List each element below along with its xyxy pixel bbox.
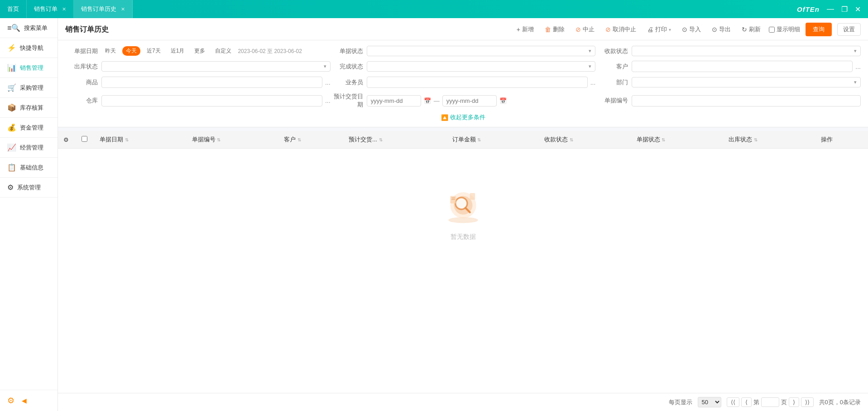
sort-payment-status-icon: ⇅ <box>570 137 573 142</box>
refresh-button[interactable]: ↻ 刷新 <box>739 24 763 35</box>
table-wrap: ⚙ 单据日期 ⇅ 单据编号 ⇅ 客户 <box>58 131 868 393</box>
select-all-checkbox[interactable] <box>82 136 87 142</box>
filter-cell-goods: 商品 ... <box>65 77 331 88</box>
table-header-row: ⚙ 单据日期 ⇅ 单据编号 ⇅ 客户 <box>58 131 868 149</box>
sidebar-item-sales-mgmt-label: 销售管理 <box>20 64 43 72</box>
th-delivery-status[interactable]: 出库状态 ⇅ <box>723 131 815 149</box>
sidebar-settings-icon[interactable]: ⚙ <box>7 396 14 406</box>
page-first-button[interactable]: ⟨⟨ <box>727 397 739 407</box>
tab-sales-order-close[interactable]: ✕ <box>62 6 66 12</box>
department-select[interactable]: ▾ <box>632 77 861 87</box>
page-number-input[interactable]: 1 <box>761 397 779 407</box>
filter-area: 单据日期 昨天 今天 近7天 近1月 更多 自定义 2023-06-02 至 2… <box>58 40 868 127</box>
page-title: 销售订单历史 <box>65 25 109 34</box>
warehouse-ellipsis-btn[interactable]: ... <box>325 97 331 104</box>
new-icon: + <box>517 26 520 33</box>
sidebar-item-search-menu[interactable]: ≡🔍 搜索菜单 <box>0 18 58 38</box>
svg-rect-8 <box>470 193 475 200</box>
department-content: ▾ <box>632 77 861 87</box>
expected-date-start-calendar-icon[interactable]: 📅 <box>424 97 431 104</box>
sort-date-icon: ⇅ <box>125 137 129 142</box>
filter-cell-customer: 客户 ... <box>595 61 861 72</box>
sidebar-item-finance[interactable]: 💰 资金管理 <box>0 118 58 138</box>
empty-state: 暂无数据 <box>58 149 868 277</box>
sidebar-item-quick-nav[interactable]: ⚡ 快捷导航 <box>0 38 58 58</box>
settings-button[interactable]: 设置 <box>837 23 861 36</box>
display-detail-wrap[interactable]: 显示明细 <box>769 25 800 34</box>
date-btn-last7[interactable]: 近7天 <box>143 46 164 56</box>
query-button[interactable]: 查询 <box>806 23 832 36</box>
topbar-window-x[interactable]: ✕ <box>855 5 861 14</box>
complete-status-label: 完成状态 <box>331 63 367 71</box>
import-button[interactable]: ⊙ 导入 <box>679 24 704 35</box>
tab-sales-order-history-close[interactable]: ✕ <box>121 6 125 12</box>
tab-sales-order[interactable]: 销售订单 ✕ <box>27 0 74 18</box>
th-expected-date[interactable]: 预计交货... ⇅ <box>343 131 447 149</box>
inventory-icon: 📦 <box>7 103 16 112</box>
th-amount[interactable]: 订单金额 ⇅ <box>447 131 539 149</box>
expected-date-content: 📅 — 📅 <box>367 95 596 106</box>
th-customer[interactable]: 客户 ⇅ <box>278 131 343 149</box>
export-button[interactable]: ⊙ 导出 <box>709 24 734 35</box>
page-prev-button[interactable]: ⟨ <box>741 397 752 407</box>
sidebar-item-sales-mgmt[interactable]: 📊 销售管理 <box>0 58 58 78</box>
expected-date-end-calendar-icon[interactable]: 📅 <box>499 97 507 104</box>
export-icon: ⊙ <box>712 26 717 33</box>
sidebar-item-base-info[interactable]: 📋 基础信息 <box>0 158 58 178</box>
filter-row-4: 仓库 ... 预计交货日期 📅 — 📅 <box>65 92 861 109</box>
th-order-status[interactable]: 单据状态 ⇅ <box>631 131 724 149</box>
warehouse-input[interactable] <box>101 95 322 106</box>
sidebar-item-inventory[interactable]: 📦 库存核算 <box>0 98 58 118</box>
tab-sales-order-history[interactable]: 销售订单历史 ✕ <box>74 0 133 18</box>
goods-ellipsis-btn[interactable]: ... <box>325 79 331 86</box>
th-date[interactable]: 单据日期 ⇅ <box>94 131 187 149</box>
date-btn-today[interactable]: 今天 <box>122 46 140 56</box>
cancel-stop-button[interactable]: ⊘ 取消中止 <box>603 24 639 35</box>
collapse-up-icon: 🔼 <box>441 114 448 121</box>
page-next-button[interactable]: ⟩ <box>789 397 799 407</box>
sidebar-item-sys-mgmt[interactable]: ⚙ 系统管理 <box>0 178 58 198</box>
date-btn-more[interactable]: 更多 <box>191 46 209 56</box>
print-button[interactable]: 🖨 打印 ▾ <box>644 24 674 35</box>
th-payment-status[interactable]: 收款状态 ⇅ <box>539 131 631 149</box>
customer-ellipsis-btn[interactable]: ... <box>855 63 861 70</box>
per-page-select[interactable]: 50 10 20 100 <box>698 397 721 407</box>
collapse-button[interactable]: 🔼 收起更多条件 <box>65 113 861 121</box>
sidebar-collapse-icon[interactable]: ◀ <box>22 397 27 404</box>
customer-input[interactable] <box>632 61 853 72</box>
th-no[interactable]: 单据编号 ⇅ <box>187 131 279 149</box>
new-button[interactable]: + 新增 <box>514 24 537 35</box>
date-btn-yesterday[interactable]: 昨天 <box>101 46 120 56</box>
salesperson-ellipsis-btn[interactable]: ... <box>590 79 596 86</box>
filter-row-1: 单据日期 昨天 今天 近7天 近1月 更多 自定义 2023-06-02 至 2… <box>65 46 861 56</box>
expected-date-end-input[interactable] <box>442 95 497 106</box>
display-detail-checkbox[interactable] <box>769 27 775 33</box>
payment-status-label: 收款状态 <box>595 47 632 55</box>
delivery-status-select[interactable]: ▾ <box>101 61 331 72</box>
topbar-window-restore[interactable]: ❐ <box>841 5 848 14</box>
date-btn-custom[interactable]: 自定义 <box>211 46 235 56</box>
th-check[interactable] <box>76 131 94 149</box>
order-status-select[interactable]: ▾ <box>367 46 596 56</box>
expected-date-start-input[interactable] <box>367 95 421 106</box>
order-no-input[interactable] <box>632 95 861 106</box>
th-expected-date-label: 预计交货... <box>349 136 377 143</box>
topbar-window-close[interactable]: — <box>827 5 834 13</box>
tab-home[interactable]: 首页 <box>0 0 27 18</box>
delete-label: 删除 <box>553 25 565 34</box>
complete-status-select[interactable]: ▾ <box>367 61 596 72</box>
sidebar-item-purchase-mgmt[interactable]: 🛒 采购管理 <box>0 78 58 98</box>
th-gear[interactable]: ⚙ <box>58 131 76 149</box>
filter-cell-delivery-status: 出库状态 ▾ <box>65 61 331 72</box>
th-action-label: 操作 <box>821 136 833 143</box>
goods-input[interactable] <box>101 77 322 88</box>
page-last-button[interactable]: ⟩⟩ <box>801 397 814 407</box>
date-btn-last1m[interactable]: 近1月 <box>167 46 188 56</box>
filter-cell-warehouse: 仓库 ... <box>65 92 331 109</box>
delivery-status-label: 出库状态 <box>65 63 101 71</box>
payment-status-select[interactable]: ▾ <box>632 46 861 56</box>
sidebar-item-operations[interactable]: 📈 经营管理 <box>0 138 58 158</box>
salesperson-input[interactable] <box>367 77 588 88</box>
delete-button[interactable]: 🗑 删除 <box>542 24 567 35</box>
stop-button[interactable]: ⊘ 中止 <box>573 24 597 35</box>
